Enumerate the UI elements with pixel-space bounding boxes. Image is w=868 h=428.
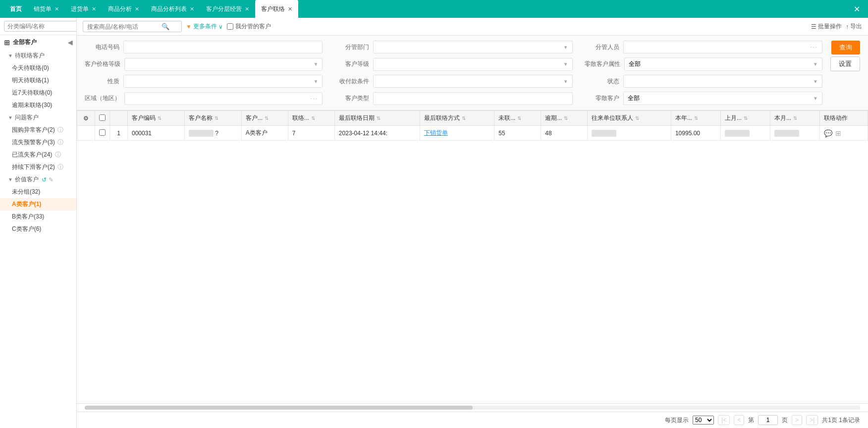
info-icon-1: ⓘ	[57, 126, 63, 133]
sidebar-item-class-c[interactable]: C类客户(6)	[0, 223, 76, 235]
manager-dots-icon: ···	[810, 44, 818, 51]
nav-tab-1[interactable]: 销货单 ✕	[28, 0, 65, 18]
row-no-contact: 55	[494, 126, 541, 141]
sidebar-search-input[interactable]	[4, 21, 77, 32]
sidebar-group-value[interactable]: ▼ 价值客户 ↺ ✎	[0, 173, 76, 186]
sidebar-item-unclassified[interactable]: 未分组(32)	[0, 186, 76, 198]
grid-action-icon[interactable]: ⊞	[835, 129, 841, 137]
batch-op-icon: ☰	[811, 23, 816, 30]
payment-dropdown[interactable]: ▼	[373, 75, 572, 88]
scrollbar-track[interactable]	[85, 406, 860, 410]
row-last-date-value: 2023-04-12 14:44:	[339, 130, 387, 137]
region-input[interactable]: ···	[124, 92, 323, 105]
nav-tab-4[interactable]: 商品分析列表 ✕	[145, 0, 200, 18]
customer-grade-dropdown[interactable]: ▼	[373, 58, 572, 71]
sidebar-item-class-b[interactable]: B类客户(33)	[0, 211, 76, 223]
nature-dropdown[interactable]: ▼	[123, 75, 323, 88]
tab-close-2[interactable]: ✕	[92, 6, 96, 12]
sort-no-contact-icon[interactable]: ⇅	[517, 115, 521, 121]
manager-input[interactable]: ···	[623, 41, 822, 54]
sidebar-item-abnormal[interactable]: 囤购异常客户(2) ⓘ	[0, 124, 76, 136]
per-page-select[interactable]: 50 100 200	[693, 416, 714, 425]
tab-close-4[interactable]: ✕	[190, 6, 194, 12]
sidebar-item-overdue[interactable]: 逾期未联络(30)	[0, 99, 76, 111]
sort-last-method-icon[interactable]: ⇅	[462, 115, 466, 121]
prev-page-btn[interactable]: <	[734, 415, 744, 425]
sort-last-month-icon[interactable]: ⇅	[744, 115, 748, 121]
scrollbar-thumb[interactable]	[85, 406, 473, 410]
retail-attr-dropdown[interactable]: 全部 ▼	[624, 57, 822, 71]
tab-close-6[interactable]: ✕	[288, 6, 292, 12]
unclassified-label: 未分组(32)	[12, 188, 40, 195]
th-gear: ⚙	[77, 111, 95, 126]
row-name-suffix: ?	[215, 130, 218, 137]
sort-contact-icon[interactable]: ⇅	[311, 115, 315, 121]
sort-name-icon[interactable]: ⇅	[215, 115, 218, 121]
gear-icon[interactable]: ⚙	[83, 115, 89, 122]
th-code-label: 客户编码	[132, 114, 156, 122]
tab-close-5[interactable]: ✕	[245, 6, 249, 12]
all-customers-header[interactable]: ⊞ 全部客户 ◀	[0, 35, 76, 50]
window-close-icon[interactable]: ✕	[850, 4, 864, 14]
status-label: 状态	[585, 77, 619, 86]
sidebar-item-tomorrow[interactable]: 明天待联络(1)	[0, 74, 76, 87]
th-contacts-person: 往来单位联系人 ⇅	[588, 111, 671, 126]
sort-this-month-icon[interactable]: ⇅	[793, 115, 797, 121]
batch-op-btn[interactable]: ☰ 批量操作	[811, 22, 842, 31]
sort-this-year-icon[interactable]: ⇅	[694, 115, 698, 121]
status-arrow-icon: ▼	[813, 79, 818, 84]
first-page-btn[interactable]: |<	[718, 415, 730, 425]
tab-label-2: 进货单	[71, 5, 89, 13]
row-checkbox[interactable]	[99, 129, 106, 136]
export-label: 导出	[850, 22, 862, 31]
nav-tab-2[interactable]: 进货单 ✕	[65, 0, 102, 18]
row-last-method-value[interactable]: 下销货单	[424, 129, 448, 136]
next-page-btn[interactable]: >	[792, 415, 802, 425]
nav-tab-5[interactable]: 客户分层经营 ✕	[200, 0, 255, 18]
row-no-contact-value: 55	[498, 130, 505, 137]
last-page-btn[interactable]: >|	[806, 415, 818, 425]
dept-dropdown[interactable]: ▼	[373, 41, 572, 54]
row-last-month	[721, 126, 770, 141]
nav-home[interactable]: 首页	[4, 0, 28, 18]
sort-code-icon[interactable]: ⇅	[158, 115, 162, 121]
settings-button[interactable]: 设置	[830, 56, 860, 71]
sidebar-item-churned[interactable]: 已流失客户(24) ⓘ	[0, 149, 76, 161]
tab-close-3[interactable]: ✕	[135, 6, 139, 12]
nav-tab-3[interactable]: 商品分析 ✕	[102, 0, 145, 18]
status-dropdown[interactable]: ▼	[623, 75, 822, 88]
sidebar-item-class-a[interactable]: A类客户(1)	[0, 198, 76, 211]
sort-overdue-icon[interactable]: ⇅	[564, 115, 568, 121]
export-btn[interactable]: ↑ 导出	[846, 22, 862, 31]
sidebar-group-pending[interactable]: ▼ 待联络客户	[0, 50, 76, 62]
tab-close-1[interactable]: ✕	[54, 6, 59, 12]
nature-arrow-icon: ▼	[313, 79, 318, 84]
nav-tab-6[interactable]: 客户联络 ✕	[255, 0, 298, 18]
select-all-checkbox[interactable]	[99, 114, 106, 121]
sort-last-date-icon[interactable]: ⇅	[377, 115, 380, 121]
sort-contacts-icon[interactable]: ⇅	[635, 115, 639, 121]
price-grade-dropdown[interactable]: ▼	[124, 58, 323, 71]
filter-region: 区域（地区） ···	[85, 92, 323, 105]
retail-cust-dropdown[interactable]: 全部 ▼	[623, 92, 822, 105]
phone-input[interactable]	[123, 41, 323, 54]
refresh-icon[interactable]: ↺	[42, 176, 47, 183]
sort-class-icon[interactable]: ⇅	[265, 115, 269, 121]
sidebar-item-today[interactable]: 今天待联络(0)	[0, 62, 76, 74]
edit-icon[interactable]: ✎	[49, 176, 54, 183]
sidebar-item-churn-warning[interactable]: 流失预警客户(3) ⓘ	[0, 136, 76, 149]
chat-icon[interactable]: 💬	[824, 129, 832, 137]
sidebar-item-declining[interactable]: 持续下滑客户(2) ⓘ	[0, 161, 76, 173]
filter-search-input[interactable]	[87, 23, 162, 30]
filter-retail-cust: 零散客户 全部 ▼	[585, 92, 822, 105]
sidebar-group-problems[interactable]: ▼ 问题客户	[0, 111, 76, 124]
query-button[interactable]: 查询	[831, 41, 860, 54]
filter-search-icon[interactable]: 🔍	[162, 23, 169, 30]
my-customers-checkbox[interactable]: 我分管的客户	[227, 22, 271, 31]
page-input[interactable]	[758, 415, 778, 425]
my-customers-check[interactable]	[227, 23, 233, 30]
sidebar-item-7days[interactable]: 近7天待联络(0)	[0, 87, 76, 99]
cust-type-input[interactable]	[373, 92, 572, 105]
more-filters-btn[interactable]: ▼ 更多条件 ∨	[186, 22, 223, 31]
sidebar-collapse-icon[interactable]: ◀	[68, 39, 72, 46]
